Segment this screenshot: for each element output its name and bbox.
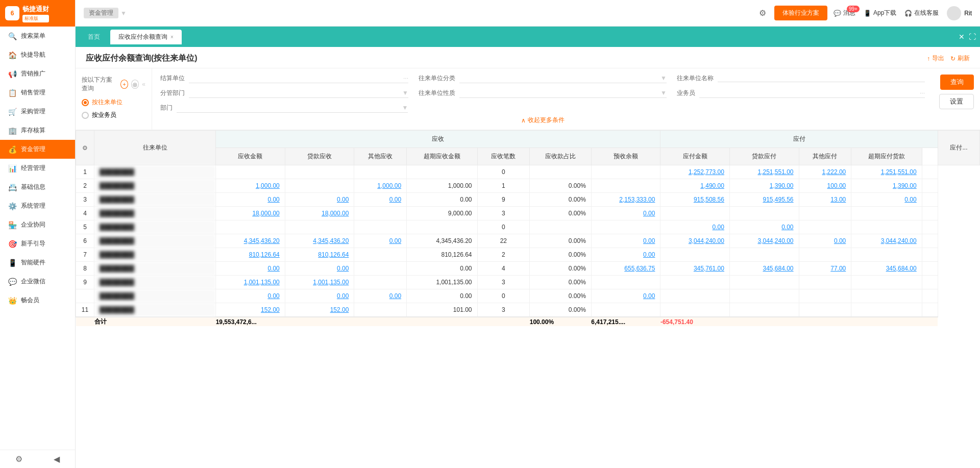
sidebar-icon-marketing: 📢 bbox=[8, 70, 17, 78]
message-button[interactable]: 💬 消息 99+ bbox=[834, 9, 855, 17]
cell-rec-amt-10: 152.00 bbox=[216, 303, 285, 317]
tab-home[interactable]: 首页 bbox=[80, 30, 108, 44]
export-button[interactable]: ↑ 导出 bbox=[927, 54, 944, 63]
online-service-button[interactable]: 🎧 在线客服 bbox=[904, 9, 939, 17]
th-overdue-payable: 超期应付货款 bbox=[851, 148, 922, 165]
sidebar-item-marketing[interactable]: 📢营销推广 bbox=[0, 64, 75, 83]
salesperson-input[interactable]: ··· bbox=[699, 88, 925, 98]
filter-item-partner-name: 往来单位名称 bbox=[677, 74, 925, 83]
tab-close-icon[interactable]: × bbox=[170, 34, 174, 40]
partner-category-select[interactable]: ▼ bbox=[459, 73, 667, 83]
cell-loan-pay-6 bbox=[729, 248, 799, 262]
sidebar-item-purchase[interactable]: 🛒采购管理 bbox=[0, 102, 75, 121]
sidebar-label-enterprise-wx: 企业微信 bbox=[21, 277, 45, 286]
sidebar-item-newbie[interactable]: 🎯新手引导 bbox=[0, 234, 75, 253]
sidebar-item-search-menu[interactable]: 🔍搜索菜单 bbox=[0, 27, 75, 45]
dept-head-chevron-icon: ▼ bbox=[402, 89, 408, 96]
radio-by-partner bbox=[82, 99, 89, 106]
cell-prepaid-6: 0.00 bbox=[591, 248, 660, 262]
dept-select[interactable]: ▼ bbox=[177, 103, 408, 113]
cell-loan-rec-10: 152.00 bbox=[285, 303, 354, 317]
cell-rec-ratio-2: 0.00% bbox=[530, 193, 592, 207]
message-icon: 💬 bbox=[834, 10, 841, 17]
topbar-gear-icon[interactable]: ⚙ bbox=[759, 8, 766, 18]
filter-add-button[interactable]: + bbox=[120, 80, 128, 89]
partner-nature-select[interactable]: ▼ bbox=[459, 88, 667, 98]
dept-head-select[interactable]: ▼ bbox=[189, 88, 408, 98]
collapse-button[interactable]: ∧ 收起更多条件 bbox=[521, 116, 565, 125]
filter-collapse-left-icon[interactable]: « bbox=[142, 81, 145, 88]
cell-rec-amt-6: 810,126.64 bbox=[216, 248, 285, 262]
th-settings: ⚙ bbox=[76, 131, 94, 165]
partner-name-input[interactable] bbox=[718, 75, 925, 82]
cell-overdue-rec-1: 1,000.00 bbox=[407, 179, 477, 193]
sidebar-icon-quick-nav: 🏠 bbox=[8, 51, 17, 59]
query-option-by-salesperson[interactable]: 按业务员 bbox=[76, 109, 152, 121]
solution-button[interactable]: 体验行业方案 bbox=[774, 6, 827, 20]
cell-loan-pay-5: 3,044,240.00 bbox=[729, 234, 799, 248]
query-button[interactable]: 查询 bbox=[940, 75, 974, 90]
sidebar-item-enterprise-wx[interactable]: 💬企业微信 bbox=[0, 272, 75, 291]
cell-rec-count-6: 2 bbox=[477, 248, 530, 262]
cell-pay-amt-8 bbox=[660, 276, 730, 289]
sidebar-icon-inventory: 🏢 bbox=[8, 127, 17, 135]
cell-rec-amt-7: 0.00 bbox=[216, 262, 285, 276]
query-option-by-partner[interactable]: 按往来单位 bbox=[76, 96, 152, 109]
cell-other-pay-2: 13.00 bbox=[799, 193, 851, 207]
sidebar-icon-purchase: 🛒 bbox=[8, 108, 17, 116]
cell-other-rec-6 bbox=[354, 248, 407, 262]
sidebar-settings-icon[interactable]: ⚙ bbox=[15, 454, 22, 464]
settings-button[interactable]: 设置 bbox=[939, 94, 974, 109]
window-maximize-icon[interactable]: ⛶ bbox=[969, 33, 976, 41]
sidebar-item-basic-info[interactable]: 📇基础信息 bbox=[0, 178, 75, 196]
salesperson-dots-icon: ··· bbox=[920, 89, 925, 96]
sidebar-item-operations[interactable]: 📊经营管理 bbox=[0, 159, 75, 178]
cell-no-5: 6 bbox=[76, 234, 94, 248]
cell-partner-1: ████████ bbox=[94, 179, 216, 193]
cell-no-7: 8 bbox=[76, 262, 94, 276]
cell-other-pay-6 bbox=[799, 248, 851, 262]
settlement-unit-input[interactable]: ··· bbox=[189, 73, 408, 83]
cell-overdue-rec-5: 4,345,436.20 bbox=[407, 234, 477, 248]
topbar-right: 💬 消息 99+ 📱 App下载 🎧 在线客服 Rit bbox=[834, 6, 972, 20]
sidebar-item-vip[interactable]: 👑畅会员 bbox=[0, 291, 75, 310]
th-loan-payable: 贷款应付 bbox=[729, 148, 799, 165]
cell-pay-amt-0: 1,252,773.00 bbox=[660, 165, 730, 179]
sidebar-item-system[interactable]: ⚙️系统管理 bbox=[0, 196, 75, 215]
cell-loan-pay-9 bbox=[729, 289, 799, 303]
filter-scheme-button[interactable]: ◎ bbox=[131, 80, 139, 89]
sidebar-collapse-icon[interactable]: ◀ bbox=[54, 454, 60, 464]
sidebar-label-enterprise: 企业协同 bbox=[21, 220, 45, 229]
sidebar-item-finance[interactable]: 💰资金管理 bbox=[0, 140, 75, 159]
th-receivable-group: 应收 bbox=[216, 131, 660, 148]
cell-rec-count-9: 0 bbox=[477, 289, 530, 303]
cell-overdue-pay-1: 1,390.00 bbox=[851, 179, 922, 193]
collapse-icon: ∧ bbox=[521, 117, 526, 124]
cell-rec-ratio-3: 0.00% bbox=[530, 207, 592, 220]
sidebar-item-inventory[interactable]: 🏢库存核算 bbox=[0, 121, 75, 140]
sidebar-item-sales[interactable]: 📋销售管理 bbox=[0, 83, 75, 102]
footer-payable-amount: -654,751.40 bbox=[660, 317, 730, 326]
table-wrapper: ⚙ 往来单位 应收 应付 应付... 应收金额 贷款应收 其他应收 超期应收金额 bbox=[76, 130, 980, 326]
table-settings-icon[interactable]: ⚙ bbox=[82, 144, 88, 152]
cell-partner-4: ████████ bbox=[94, 220, 216, 234]
sidebar-item-smart-hw[interactable]: 📱智能硬件 bbox=[0, 253, 75, 272]
filter-section: 按以下方案查询 + ◎ « 按往来单位按业务员 结算单位 ··· bbox=[76, 68, 980, 130]
cell-overdue-rec-0 bbox=[407, 165, 477, 179]
tab-receivable-query[interactable]: 应收应付余额查询 × bbox=[110, 30, 182, 44]
table-row: 8 ████████ 0.00 0.00 0.00 4 0.00% 655,63… bbox=[76, 262, 980, 276]
sidebar-item-quick-nav[interactable]: 🏠快捷导航 bbox=[0, 45, 75, 64]
refresh-button[interactable]: ↻ 刷新 bbox=[950, 54, 970, 63]
filter-item-settlement: 结算单位 ··· bbox=[160, 73, 408, 83]
sidebar-label-newbie: 新手引导 bbox=[21, 239, 45, 248]
cell-rec-count-8: 3 bbox=[477, 276, 530, 289]
app-download-button[interactable]: 📱 App下载 bbox=[864, 9, 896, 17]
sidebar-icon-finance: 💰 bbox=[8, 145, 17, 154]
footer-loan-payable bbox=[729, 317, 799, 326]
cell-other-pay-10 bbox=[799, 303, 851, 317]
sidebar-item-enterprise[interactable]: 🏪企业协同 bbox=[0, 215, 75, 234]
cell-overdue-pay-2: 0.00 bbox=[851, 193, 922, 207]
cell-rec-ratio-4 bbox=[530, 220, 592, 234]
window-close-icon[interactable]: ✕ bbox=[959, 33, 965, 41]
table-footer-row: 合计 19,553,472,6... 100.00% 6,417,215....… bbox=[76, 317, 980, 326]
